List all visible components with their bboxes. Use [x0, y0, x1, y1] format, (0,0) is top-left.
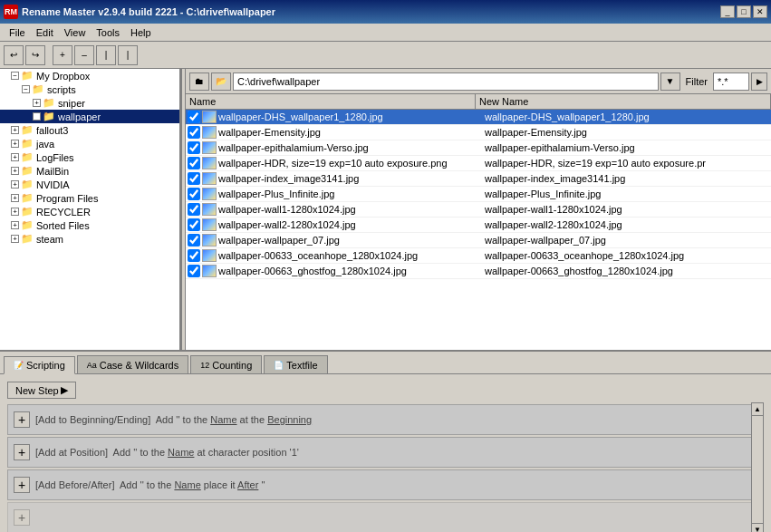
file-row[interactable]: wallpaper-index_image3141.jpgwallpaper-i…	[186, 171, 771, 187]
tree-item-nvidia[interactable]: +📁NVIDIA	[0, 178, 179, 191]
script-pos-value-2[interactable]: '1'	[290, 447, 299, 458]
tree-item-wallpaper[interactable]: +📁wallpaper	[0, 110, 179, 123]
tree-expand-btn[interactable]: +	[33, 99, 41, 107]
maximize-button[interactable]: □	[737, 5, 751, 18]
script-name-link-3[interactable]: Name	[174, 479, 200, 490]
toolbar-btn-2[interactable]: ↪	[25, 45, 45, 65]
script-position-link-1[interactable]: Beginning	[267, 414, 312, 425]
file-row[interactable]: wallpaper-wall2-1280x1024.jpgwallpaper-w…	[186, 218, 771, 233]
file-row[interactable]: wallpaper-Emensity.jpgwallpaper-Emensity…	[186, 125, 771, 140]
app-icon: RM	[4, 5, 18, 19]
tree-expand-btn[interactable]: +	[11, 153, 19, 161]
toolbar-btn-6[interactable]: |	[118, 45, 138, 65]
toolbar: ↩ ↪ + – | |	[0, 42, 771, 69]
filter-input[interactable]	[713, 73, 749, 91]
tree-expand-btn[interactable]: +	[11, 194, 19, 202]
tree-expand-btn[interactable]: −	[11, 72, 19, 80]
file-row[interactable]: wallpaper-00663_ghostfog_1280x1024.jpgwa…	[186, 264, 771, 279]
file-row[interactable]: wallpaper-DHS_wallpaper1_1280.jpgwallpap…	[186, 110, 771, 125]
file-checkbox[interactable]	[188, 157, 200, 169]
tree-item-scripts[interactable]: −📁scripts	[0, 82, 179, 96]
tree-item-java[interactable]: +📁java	[0, 137, 179, 150]
script-row-4: +	[7, 502, 764, 532]
tree-expand-btn[interactable]: +	[11, 235, 19, 243]
file-checkbox[interactable]	[188, 249, 200, 262]
script-name-link-2[interactable]: Name	[168, 447, 194, 458]
close-button[interactable]: ✕	[753, 5, 767, 18]
toolbar-btn-3[interactable]: +	[53, 45, 72, 65]
tab-scripting[interactable]: 📝 Scripting	[4, 356, 75, 374]
col-header-newname[interactable]: New Name	[476, 94, 771, 109]
sb-up-button[interactable]: ▲	[752, 403, 763, 416]
tab-counting[interactable]: 12 Counting	[190, 355, 262, 373]
filter-apply-button[interactable]: ▶	[751, 73, 767, 91]
tree-item-sorted-files[interactable]: +📁Sorted Files	[0, 218, 179, 232]
file-name: wallpaper-wall1-1280x1024.jpg	[218, 204, 481, 215]
file-checkbox[interactable]	[188, 111, 200, 123]
file-checkbox[interactable]	[188, 126, 200, 139]
file-icon	[202, 126, 217, 139]
tree-item-steam[interactable]: +📁steam	[0, 232, 179, 246]
file-name: wallpaper-00633_oceanhope_1280x1024.jpg	[218, 250, 481, 261]
toolbar-btn-5[interactable]: |	[96, 45, 116, 65]
script-add-btn-2[interactable]: +	[14, 444, 30, 460]
file-name: wallpaper-index_image3141.jpg	[218, 173, 481, 184]
file-row[interactable]: wallpaper-00633_oceanhope_1280x1024.jpgw…	[186, 248, 771, 264]
new-step-label: New Step	[15, 385, 59, 396]
folder-icon: 📁	[43, 97, 55, 109]
tree-expand-btn[interactable]: +	[11, 180, 19, 189]
tab-case-wildcards[interactable]: Aa Case & Wildcards	[77, 355, 188, 373]
script-name-link-1[interactable]: Name	[210, 414, 236, 425]
nav-back-button[interactable]: 🖿	[189, 73, 209, 91]
tree-expand-btn[interactable]: +	[33, 112, 41, 121]
file-checkbox[interactable]	[188, 188, 200, 200]
file-row[interactable]: wallpaper-Plus_Infinite.jpgwallpaper-Plu…	[186, 187, 771, 202]
file-checkbox[interactable]	[188, 172, 200, 185]
menu-edit[interactable]: Edit	[31, 25, 59, 40]
menu-tools[interactable]: Tools	[91, 25, 125, 40]
file-row[interactable]: wallpaper-HDR, size=19 exp=10 auto expos…	[186, 156, 771, 171]
tree-expand-btn[interactable]: −	[22, 85, 30, 93]
tree-item-logfiles[interactable]: +📁LogFiles	[0, 150, 179, 164]
menu-file[interactable]: File	[4, 25, 31, 40]
tree-expand-btn[interactable]: +	[11, 126, 19, 134]
file-icon	[202, 218, 217, 231]
sb-down-button[interactable]: ▼	[752, 523, 763, 532]
menu-help[interactable]: Help	[125, 25, 157, 40]
script-row-1-text: [Add to Beginning/Ending] Add '' to the …	[35, 414, 312, 425]
tree-item-sniper[interactable]: +📁sniper	[0, 96, 179, 110]
script-add-btn-4[interactable]: +	[14, 509, 30, 526]
file-checkbox[interactable]	[188, 265, 200, 277]
tree-expand-btn[interactable]: +	[11, 140, 19, 148]
col-header-name[interactable]: Name	[186, 94, 476, 109]
file-checkbox[interactable]	[188, 203, 200, 216]
tree-item-mailbin[interactable]: +📁MailBin	[0, 164, 179, 178]
file-row[interactable]: wallpaper-wall1-1280x1024.jpgwallpaper-w…	[186, 202, 771, 218]
toolbar-btn-4[interactable]: –	[74, 45, 94, 65]
tree-item-program-files[interactable]: +📁Program Files	[0, 191, 179, 205]
script-add-btn-3[interactable]: +	[14, 477, 30, 493]
tree-expand-btn[interactable]: +	[11, 221, 19, 229]
menu-view[interactable]: View	[59, 25, 92, 40]
script-row-2-text: [Add at Position] Add '' to the Name at …	[35, 447, 299, 458]
address-dropdown-button[interactable]: ▼	[660, 73, 680, 91]
tree-expand-btn[interactable]: +	[11, 167, 19, 175]
script-add-btn-1[interactable]: +	[14, 411, 30, 428]
file-list-header: Name New Name	[186, 94, 771, 110]
nav-up-button[interactable]: 📂	[211, 73, 231, 91]
tree-item-my-dropbox[interactable]: −📁My Dropbox	[0, 69, 179, 82]
file-row[interactable]: wallpaper-epithalamium-Verso.jpgwallpape…	[186, 140, 771, 156]
file-checkbox[interactable]	[188, 141, 200, 154]
new-step-button[interactable]: New Step ▶	[7, 382, 76, 399]
tree-item-recycler[interactable]: +📁RECYCLER	[0, 205, 179, 218]
minimize-button[interactable]: _	[720, 5, 735, 18]
file-row[interactable]: wallpaper-wallpaper_07.jpgwallpaper-wall…	[186, 233, 771, 248]
file-checkbox[interactable]	[188, 234, 200, 247]
tree-item-fallout3[interactable]: +📁fallout3	[0, 123, 179, 137]
tree-expand-btn[interactable]: +	[11, 208, 19, 216]
tab-textfile[interactable]: 📄 Textfile	[264, 355, 327, 373]
script-after-link-3[interactable]: After	[237, 479, 258, 490]
toolbar-btn-1[interactable]: ↩	[4, 45, 24, 65]
address-input[interactable]	[233, 73, 659, 91]
file-checkbox[interactable]	[188, 218, 200, 231]
